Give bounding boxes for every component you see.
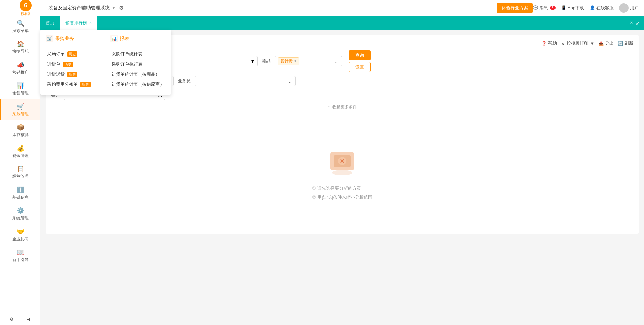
system-name: 装备及固定资产辅助管理系统 [48,5,110,11]
goods-stats-label: 进货单统计表（按商品） [112,71,160,77]
avatar [619,3,629,13]
sidebar: 🔍 搜索菜单 🏠 快捷导航 📣 营销推广 📊 销售管理 🛒 采购管理 📦 库存核… [0,16,40,325]
sidebar-item-funds[interactable]: 💰 资金管理 [0,141,40,162]
sales-icon: 📊 [17,82,24,89]
empty-state: ① 请先选择要分析的方案 ② 用[过滤]条件来缩小分析范围 [51,118,633,228]
export-label: 导出 [605,40,614,46]
sidebar-label-search: 搜索菜单 [12,28,29,34]
refresh-btn[interactable]: 🔄 刷新 [618,40,633,46]
hist-badge-1[interactable]: 历史 [67,51,77,57]
purchase-order-label: 采购订单 [47,51,65,57]
sidebar-item-sales[interactable]: 📊 销售管理 [0,79,40,99]
sidebar-item-basicinfo[interactable]: ℹ️ 基础信息 [0,183,40,204]
sidebar-item-cooperation[interactable]: 🤝 企业协同 [0,225,40,245]
menu-item-stock-in[interactable]: 进货单 历史 [46,59,100,69]
sidebar-item-marketing[interactable]: 📣 营销推广 [0,58,40,79]
collapse-filter-btn[interactable]: ⌃ 收起更多条件 [51,104,633,110]
sidebar-label-system: 系统管理 [12,215,29,221]
app-label: App下载 [568,5,584,11]
menu-item-supplier-stats[interactable]: 进货单统计表（按供应商） [110,79,166,89]
user-menu[interactable]: 用户 [619,3,639,13]
set-button[interactable]: 设置 [349,62,371,72]
system-settings-icon[interactable]: ⚙ [119,5,124,11]
message-label: 消息 [539,5,548,11]
export-btn[interactable]: 📤 导出 [598,40,614,46]
menu-item-stock-return[interactable]: 进货退货 历史 [46,69,100,79]
sidebar-item-search[interactable]: 🔍 搜索菜单 [0,16,40,37]
print-icon: 🖨 [561,41,565,46]
export-icon: 📤 [598,41,604,46]
dropdown-columns: 🛒 采购业务 采购订单 历史 进货单 历史 进货退货 历史 采购费用分摊单 历史 [46,35,166,89]
sidebar-settings-btn[interactable]: ⚙ [10,317,14,322]
purchase-col-icon: 🛒 [46,35,53,42]
logo-icon: 6 [20,0,32,11]
status-select[interactable]: ▼ [157,56,258,66]
sidebar-label-cooperation: 企业协同 [12,236,29,242]
tabbar-actions: × ⤢ [630,20,644,26]
content-divider [51,114,633,114]
hist-badge-4[interactable]: 历史 [80,82,91,87]
system-dropdown-arrow[interactable]: ▼ [112,6,116,10]
hist-badge-3[interactable]: 历史 [67,72,77,77]
status-arrow: ▼ [250,59,255,64]
tab-sales-ranking[interactable]: 销售排行榜 × [60,16,97,30]
stock-return-label: 进货退货 [47,71,65,77]
cooperation-icon: 🤝 [17,228,24,235]
menu-item-purchase-expense[interactable]: 采购费用分摊单 历史 [46,79,100,89]
goods-more-btn[interactable]: ... [335,59,339,64]
dropdown-col2-title: 📊 报表 [110,35,166,45]
app-download-btn[interactable]: 📱 App下载 [561,5,584,11]
window-close-btn[interactable]: × [630,20,633,26]
salesperson-more-btn[interactable]: ... [289,79,293,84]
svg-point-5 [332,170,352,175]
service-label: 在线客服 [596,5,614,11]
empty-text-1: ① 请先选择要分析的方案 ② 用[过滤]条件来缩小分析范围 [312,184,372,201]
sidebar-label-guide: 新手引导 [12,257,29,263]
dropdown-col1-title: 🛒 采购业务 [46,35,100,45]
sidebar-label-inventory: 库存核算 [12,132,29,138]
help-btn[interactable]: ❓ 帮助 [541,40,557,46]
messages-btn[interactable]: 💬 消息 5 [533,5,556,11]
sidebar-item-quicknav[interactable]: 🏠 快捷导航 [0,37,40,58]
purchase-expense-label: 采购费用分摊单 [47,81,78,87]
empty-line1: 请先选择要分析的方案 [317,184,361,192]
operations-icon: 📋 [17,165,24,173]
online-service-btn[interactable]: 👤 在线客服 [589,5,614,11]
menu-item-po-stats[interactable]: 采购订单统计表 [110,49,166,59]
sidebar-item-purchase[interactable]: 🛒 采购管理 [0,99,40,120]
goods-tag-close[interactable]: × [294,59,296,64]
trial-button[interactable]: 体验行业方案 [497,3,533,13]
print-arrow: ▼ [590,41,594,46]
message-icon: 💬 [533,5,538,10]
menu-item-goods-stats[interactable]: 进货单统计表（按商品） [110,69,166,79]
sidebar-item-inventory[interactable]: 📦 库存核算 [0,120,40,141]
dropdown-col-purchase: 🛒 采购业务 采购订单 历史 进货单 历史 进货退货 历史 采购费用分摊单 历史 [46,35,100,89]
stock-in-label: 进货单 [47,61,60,67]
print-btn[interactable]: 🖨 按模板打印 ▼ [561,40,594,46]
tab-home[interactable]: 首页 [40,16,60,30]
basicinfo-icon: ℹ️ [17,186,24,194]
empty-illustration [322,145,362,179]
hist-badge-2[interactable]: 历史 [63,62,73,67]
goods-tag-text: 设计素 [281,58,293,64]
query-button[interactable]: 查询 [349,50,371,60]
sidebar-label-purchase: 采购管理 [12,111,29,117]
topbar-right: 💬 消息 5 📱 App下载 👤 在线客服 用户 [533,3,639,13]
sidebar-item-guide[interactable]: 📖 新手引导 [0,245,40,266]
search-icon: 🔍 [17,19,24,27]
goods-filter-label: 商品 [262,58,271,64]
sidebar-item-operations[interactable]: 📋 经营管理 [0,162,40,183]
sidebar-label-funds: 资金管理 [12,153,29,159]
menu-item-purchase-order[interactable]: 采购订单 历史 [46,49,100,59]
sidebar-item-system[interactable]: ⚙️ 系统管理 [0,204,40,225]
sidebar-collapse-btn[interactable]: ◀ [27,317,30,322]
system-icon: ⚙️ [17,207,24,214]
menu-item-po-exec[interactable]: 采购订单执行表 [110,59,166,69]
salesperson-select[interactable]: ... [195,76,296,86]
window-expand-btn[interactable]: ⤢ [636,20,640,26]
goods-select[interactable]: 设计素 × ... [275,56,342,66]
sidebar-label-quicknav: 快捷导航 [12,49,29,54]
tab-close-icon[interactable]: × [89,21,92,25]
sidebar-bottom: ⚙ ◀ [0,313,40,325]
col2-title-text: 报表 [120,36,129,42]
